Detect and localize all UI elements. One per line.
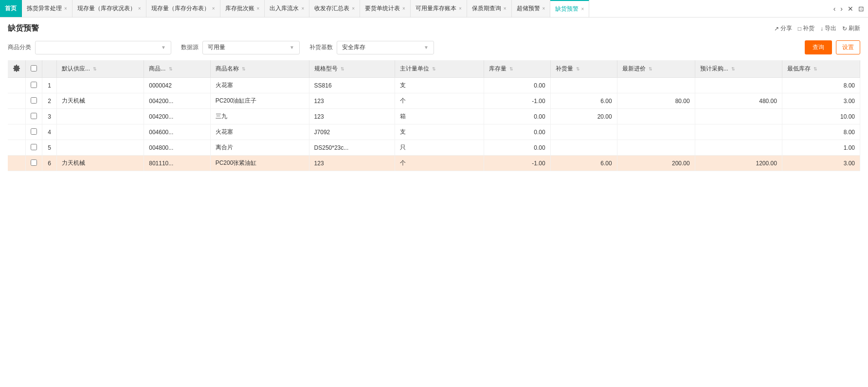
- row-spec-0: SS816: [309, 78, 395, 93]
- tab-prev-btn[interactable]: ‹: [832, 4, 838, 14]
- tab-close-all-btn[interactable]: ✕: [846, 4, 855, 14]
- row-latest-price-2: [617, 109, 695, 124]
- th-unit-label: 主计量单位: [400, 65, 429, 72]
- th-est-purchase[interactable]: 预计采购... ⇅: [695, 60, 782, 78]
- tab-inout-close[interactable]: ×: [301, 6, 304, 11]
- tab-expiry[interactable]: 保质期查询 ×: [467, 0, 512, 17]
- th-product-name-sort: ⇅: [242, 67, 246, 71]
- th-replenish[interactable]: 补货量 ⇅: [550, 60, 617, 78]
- th-gear[interactable]: [8, 60, 26, 78]
- tab-home[interactable]: 首页: [0, 0, 22, 17]
- row-checkbox-4[interactable]: [26, 140, 42, 156]
- th-product-name[interactable]: 商品名称 ⇅: [210, 60, 309, 78]
- tab-expiry-close[interactable]: ×: [504, 6, 506, 11]
- tab-demand-close[interactable]: ×: [402, 6, 405, 11]
- th-product-code[interactable]: 商品... ⇅: [144, 60, 210, 78]
- tab-shortage[interactable]: 缺货预警 ×: [550, 0, 589, 17]
- row-gear-3: [8, 124, 26, 140]
- row-checkbox-3[interactable]: [26, 124, 42, 140]
- replenish-base-select-arrow: ▼: [424, 45, 429, 50]
- row-supplier-2: [57, 109, 144, 124]
- row-product-code-3: 004600...: [144, 124, 210, 140]
- th-product-code-label: 商品...: [149, 65, 165, 72]
- replenish-base-select[interactable]: 安全库存 ▼: [337, 41, 434, 54]
- tab-maximize-btn[interactable]: ⊡: [856, 4, 866, 14]
- replenish-button[interactable]: □ 补货: [798, 24, 814, 33]
- th-supplier-label: 默认供应...: [62, 65, 90, 72]
- replenish-base-select-value: 安全库存: [342, 43, 365, 52]
- tab-batch[interactable]: 库存批次账 ×: [220, 0, 265, 17]
- tab-inout-label: 出入库流水: [270, 4, 299, 13]
- row-product-code-4: 004800...: [144, 140, 210, 156]
- th-est-purchase-sort: ⇅: [731, 67, 735, 71]
- row-min-stock-1: 3.00: [782, 93, 860, 109]
- th-checkbox[interactable]: [26, 60, 42, 78]
- share-button[interactable]: ↗ 分享: [774, 24, 792, 33]
- tab-inventory1-close[interactable]: ×: [138, 6, 141, 11]
- th-spec[interactable]: 规格型号 ⇅: [309, 60, 395, 78]
- row-gear-5: [8, 156, 26, 171]
- filter-actions: 查询 设置: [805, 40, 860, 54]
- tab-receive-close[interactable]: ×: [352, 6, 355, 11]
- th-stock[interactable]: 库存量 ⇅: [484, 60, 550, 78]
- row-checkbox-2[interactable]: [26, 109, 42, 124]
- row-product-name-3: 火花塞: [210, 124, 309, 140]
- th-replenish-sort: ⇅: [576, 67, 580, 71]
- tab-overstock-close[interactable]: ×: [542, 6, 545, 11]
- table-body: 1 0000042 火花塞 SS816 支 0.00 8.00 2 力天机械 0…: [8, 78, 860, 171]
- row-est-purchase-0: [695, 78, 782, 93]
- row-stock-1: -1.00: [484, 93, 550, 109]
- replenish-icon: □: [798, 25, 801, 32]
- category-select[interactable]: ▼: [35, 41, 171, 54]
- row-num-5: 6: [42, 156, 57, 171]
- th-unit[interactable]: 主计量单位 ⇅: [395, 60, 484, 78]
- row-checkbox-5[interactable]: [26, 156, 42, 171]
- th-min-stock[interactable]: 最低库存 ⇅: [782, 60, 860, 78]
- tab-next-btn[interactable]: ›: [838, 4, 845, 14]
- refresh-label: 刷新: [849, 24, 860, 33]
- th-latest-price[interactable]: 最新进价 ⇅: [617, 60, 695, 78]
- tab-overstock[interactable]: 超储预警 ×: [512, 0, 551, 17]
- th-unit-sort: ⇅: [432, 67, 436, 71]
- row-replenish-4: [550, 140, 617, 156]
- tab-inventory2-close[interactable]: ×: [212, 6, 215, 11]
- datasource-select[interactable]: 可用量 ▼: [202, 41, 300, 54]
- tab-demand-label: 要货单统计表: [365, 4, 400, 13]
- tab-inventory1[interactable]: 现存量（库存状况表） ×: [72, 0, 146, 17]
- refresh-button[interactable]: ↻ 刷新: [842, 24, 860, 33]
- tab-stale[interactable]: 拣货异常处理 ×: [22, 0, 72, 17]
- tab-available[interactable]: 可用量库存账本 ×: [411, 0, 467, 17]
- export-button[interactable]: ↓ 导出: [820, 24, 836, 33]
- row-check-4[interactable]: [31, 144, 37, 150]
- category-label: 商品分类: [8, 43, 31, 52]
- table-row: 5 004800... 离合片 DS250*23c... 只 0.00 1.00: [8, 140, 860, 156]
- row-check-0[interactable]: [31, 82, 37, 88]
- th-replenish-label: 补货量: [556, 65, 573, 72]
- settings-button[interactable]: 设置: [836, 40, 860, 54]
- tab-available-close[interactable]: ×: [459, 6, 462, 11]
- select-all-checkbox[interactable]: [31, 65, 37, 71]
- row-check-1[interactable]: [31, 97, 37, 104]
- tab-shortage-close[interactable]: ×: [581, 6, 584, 12]
- tab-shortage-label: 缺货预警: [555, 5, 579, 13]
- query-button[interactable]: 查询: [805, 40, 832, 54]
- data-table: 默认供应... ⇅ 商品... ⇅ 商品名称 ⇅ 规格型号 ⇅ 主计量单位: [8, 60, 860, 171]
- row-check-5[interactable]: [31, 159, 37, 166]
- row-checkbox-1[interactable]: [26, 93, 42, 109]
- th-supplier[interactable]: 默认供应... ⇅: [57, 60, 144, 78]
- row-product-code-1: 004200...: [144, 93, 210, 109]
- row-check-3[interactable]: [31, 128, 37, 135]
- tab-batch-close[interactable]: ×: [257, 6, 260, 11]
- table-header-row: 默认供应... ⇅ 商品... ⇅ 商品名称 ⇅ 规格型号 ⇅ 主计量单位: [8, 60, 860, 78]
- row-checkbox-0[interactable]: [26, 78, 42, 93]
- tab-demand[interactable]: 要货单统计表 ×: [360, 0, 411, 17]
- row-check-2[interactable]: [31, 113, 37, 119]
- row-latest-price-1: 80.00: [617, 93, 695, 109]
- tab-inventory2[interactable]: 现存量（库存分布表） ×: [146, 0, 220, 17]
- row-product-code-0: 0000042: [144, 78, 210, 93]
- row-latest-price-5: 200.00: [617, 156, 695, 171]
- tab-stale-close[interactable]: ×: [64, 6, 67, 11]
- row-num-4: 5: [42, 140, 57, 156]
- tab-receive[interactable]: 收发存汇总表 ×: [309, 0, 360, 17]
- tab-inout[interactable]: 出入库流水 ×: [265, 0, 309, 17]
